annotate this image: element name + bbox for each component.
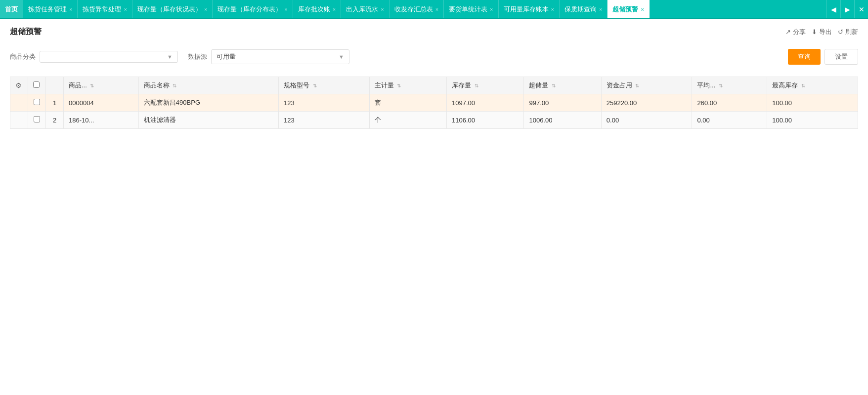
close-tab-2-icon[interactable]: ×: [204, 6, 207, 12]
table-header-gear[interactable]: ⚙: [10, 77, 28, 94]
row-product-name-1: 机油滤清器: [138, 112, 278, 129]
query-button[interactable]: 查询: [788, 49, 821, 65]
close-tab-1-icon[interactable]: ×: [124, 6, 127, 12]
col-product-code-label: 商品...: [69, 81, 87, 89]
datasource-label: 数据源: [188, 52, 207, 61]
nav-next-button[interactable]: ▶: [840, 0, 854, 19]
nav-tab-5[interactable]: 出入库流水 ×: [341, 0, 389, 18]
nav-tab-1[interactable]: 拣货异常处理 ×: [78, 0, 132, 18]
table-header-max-stock[interactable]: 最高库存 ⇅: [767, 77, 858, 94]
sort-product-code-icon[interactable]: ⇅: [90, 83, 94, 88]
row-max-stock-1: 100.00: [767, 112, 858, 129]
col-max-stock-label: 最高库存: [772, 81, 798, 89]
close-tab-7-icon[interactable]: ×: [490, 6, 493, 12]
table-header-overstock[interactable]: 超储量 ⇅: [524, 77, 601, 94]
datasource-select[interactable]: 可用量 ▼: [211, 49, 349, 64]
row-product-code-0: 0000004: [64, 94, 139, 112]
table-header-row: ⚙ 商品... ⇅ 商品名称 ⇅ 规格型号 ⇅: [10, 77, 858, 94]
close-tab-4-icon[interactable]: ×: [333, 6, 336, 12]
nav-close-button[interactable]: ✕: [854, 0, 868, 19]
refresh-icon: ↺: [838, 28, 843, 36]
row-num-1: 2: [46, 112, 64, 129]
table-header-unit[interactable]: 主计量 ⇅: [369, 77, 446, 94]
table-header-product-name[interactable]: 商品名称 ⇅: [138, 77, 278, 94]
nav-bar: 首页 拣货任务管理 × 拣货异常处理 × 现存量（库存状况表） × 现存量（库存…: [0, 0, 868, 19]
table-header-checkbox[interactable]: [28, 77, 46, 94]
row-checkbox-1[interactable]: [34, 116, 40, 122]
close-tab-9-icon[interactable]: ×: [599, 6, 602, 12]
close-tab-0-icon[interactable]: ×: [69, 6, 72, 12]
col-product-name-label: 商品名称: [144, 81, 170, 89]
sort-avg-icon[interactable]: ⇅: [719, 83, 723, 88]
sort-stock-icon[interactable]: ⇅: [475, 83, 478, 88]
table-header-product-code[interactable]: 商品... ⇅: [64, 77, 139, 94]
gear-icon[interactable]: ⚙: [15, 81, 22, 89]
row-unit-0: 套: [369, 94, 446, 112]
nav-tab-2[interactable]: 现存量（库存状况表） ×: [132, 0, 213, 18]
row-stock-0: 1097.00: [447, 94, 524, 112]
table-header: ⚙ 商品... ⇅ 商品名称 ⇅ 规格型号 ⇅: [10, 77, 858, 94]
export-button[interactable]: ⬇ 导出: [812, 28, 832, 37]
nav-tab-3[interactable]: 现存量（库存分布表） ×: [213, 0, 293, 18]
nav-tab-4[interactable]: 库存批次账 ×: [293, 0, 341, 18]
nav-tab-9[interactable]: 保质期查询 ×: [560, 0, 608, 18]
table-header-avg[interactable]: 平均... ⇅: [692, 77, 767, 94]
filter-btn-group: 查询 设置: [788, 49, 858, 65]
nav-tab-10[interactable]: 超储预警 ×: [608, 0, 649, 18]
sort-max-stock-icon[interactable]: ⇅: [801, 83, 805, 88]
col-unit-label: 主计量: [375, 81, 394, 89]
nav-arrows: ◀ ▶ ✕: [826, 0, 868, 19]
row-product-name-0: 六配套新昌490BPG: [138, 94, 278, 112]
table-row[interactable]: 2 186-10... 机油滤清器 123 个 1106.00 1006.00 …: [10, 112, 858, 129]
row-checkbox-cell[interactable]: [28, 94, 46, 112]
close-tab-8-icon[interactable]: ×: [551, 6, 554, 12]
row-num-0: 1: [46, 94, 64, 112]
row-max-stock-0: 100.00: [767, 94, 858, 112]
row-unit-1: 个: [369, 112, 446, 129]
select-all-checkbox[interactable]: [33, 81, 40, 88]
nav-home[interactable]: 首页: [0, 0, 23, 18]
close-tab-3-icon[interactable]: ×: [284, 6, 287, 12]
category-label: 商品分类: [10, 52, 36, 61]
table-header-stock[interactable]: 库存量 ⇅: [447, 77, 524, 94]
sort-spec-icon[interactable]: ⇅: [313, 83, 317, 88]
refresh-button[interactable]: ↺ 刷新: [838, 28, 858, 37]
close-tab-5-icon[interactable]: ×: [381, 6, 384, 12]
table-header-rownum: [46, 77, 64, 94]
close-tab-6-icon[interactable]: ×: [435, 6, 438, 12]
share-button[interactable]: ↗ 分享: [785, 28, 806, 37]
page-title: 超储预警: [10, 27, 42, 37]
sort-capital-icon[interactable]: ⇅: [635, 83, 639, 88]
nav-tab-6[interactable]: 收发存汇总表 ×: [390, 0, 444, 18]
share-icon: ↗: [785, 28, 791, 36]
table-header-capital[interactable]: 资金占用 ⇅: [601, 77, 692, 94]
category-chevron-icon: ▼: [167, 54, 173, 60]
row-capital-1: 0.00: [601, 112, 692, 129]
filter-row: 商品分类 ▼ 数据源 可用量 ▼ 查询 设置: [10, 45, 858, 69]
close-tab-10-icon[interactable]: ×: [641, 6, 644, 12]
row-checkbox-cell[interactable]: [28, 112, 46, 129]
row-spec-1: 123: [279, 112, 370, 129]
row-gear-cell: [10, 94, 28, 112]
sort-overstock-icon[interactable]: ⇅: [552, 83, 556, 88]
table-header-spec[interactable]: 规格型号 ⇅: [279, 77, 370, 94]
nav-prev-button[interactable]: ◀: [826, 0, 840, 19]
row-spec-0: 123: [279, 94, 370, 112]
col-avg-label: 平均...: [697, 81, 715, 89]
row-stock-1: 1106.00: [447, 112, 524, 129]
sort-product-name-icon[interactable]: ⇅: [173, 83, 176, 88]
sort-unit-icon[interactable]: ⇅: [397, 83, 401, 88]
table-body: 1 0000004 六配套新昌490BPG 123 套 1097.00 997.…: [10, 94, 858, 129]
table-row[interactable]: 1 0000004 六配套新昌490BPG 123 套 1097.00 997.…: [10, 94, 858, 112]
nav-tab-0[interactable]: 拣货任务管理 ×: [23, 0, 78, 18]
page-header: 超储预警 ↗ 分享 ⬇ 导出 ↺ 刷新: [10, 27, 858, 37]
settings-button[interactable]: 设置: [825, 49, 858, 65]
datasource-filter-group: 数据源 可用量 ▼: [188, 49, 349, 64]
row-avg-0: 260.00: [692, 94, 767, 112]
row-overstock-0: 997.00: [524, 94, 601, 112]
category-filter-group: 商品分类 ▼: [10, 51, 178, 63]
category-select[interactable]: ▼: [40, 51, 178, 63]
row-checkbox-0[interactable]: [34, 99, 40, 105]
nav-tab-7[interactable]: 要货单统计表 ×: [444, 0, 498, 18]
nav-tab-8[interactable]: 可用量库存账本 ×: [499, 0, 560, 18]
